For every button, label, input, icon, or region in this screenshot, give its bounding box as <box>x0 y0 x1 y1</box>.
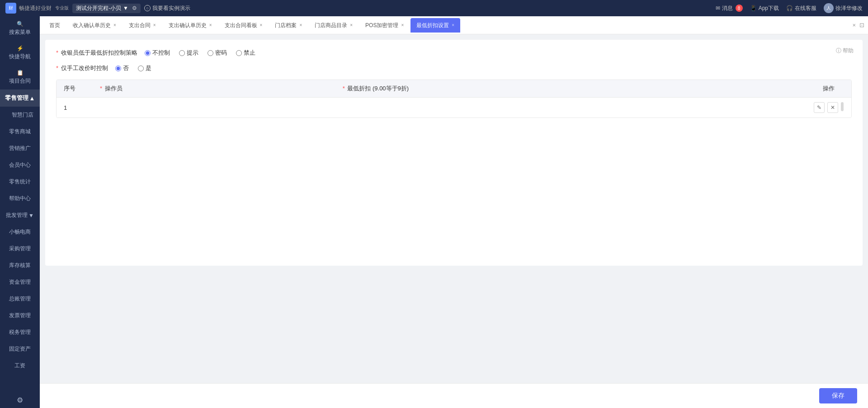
user-area[interactable]: 人 徐泽华修改 <box>824 3 863 13</box>
tab-pos-password-label: POS加密管理 <box>365 22 398 29</box>
sidebar-item-ecommerce[interactable]: 小畅电商 <box>0 224 40 240</box>
manual-radio-yes[interactable] <box>138 66 144 71</box>
strategy-option-prompt[interactable]: 提示 <box>179 49 198 57</box>
strategy-radio-group: 不控制 提示 密码 禁止 <box>145 49 255 57</box>
tab-pos-password[interactable]: POS加密管理 × <box>359 18 410 33</box>
manual-radio-no[interactable] <box>115 66 121 71</box>
contract-icon: 📋 <box>17 70 24 76</box>
tab-close-all-button[interactable]: × <box>852 22 856 28</box>
sidebar-label-finance: 资金管理 <box>9 278 31 286</box>
header-project-selector[interactable]: 测试分开完程-小贝 ▼ ⚙ <box>72 4 141 13</box>
app-download-label: App下载 <box>759 5 779 12</box>
tab-min-discount-setting-close[interactable]: × <box>452 23 454 28</box>
tab-payment-confirm-history-close[interactable]: × <box>209 23 212 28</box>
strategy-label-prompt: 提示 <box>187 49 198 57</box>
delete-row-button[interactable]: ✕ <box>827 102 838 113</box>
operator-required-star: * <box>100 85 102 92</box>
strategy-label-disable: 禁止 <box>244 49 255 57</box>
tab-payment-confirm-history[interactable]: 支出确认单历史 × <box>163 18 218 33</box>
strategy-option-password[interactable]: 密码 <box>208 49 227 57</box>
manual-label-yes: 是 <box>146 64 151 72</box>
demo-link[interactable]: ○ 我要看实例演示 <box>144 5 190 12</box>
sidebar-item-smart-store[interactable]: 智慧门店 <box>0 107 40 123</box>
sidebar-item-shortcut[interactable]: ⚡ 快捷导航 <box>0 41 40 65</box>
sidebar-label-purchase: 采购管理 <box>9 245 31 253</box>
tab-store-file-close[interactable]: × <box>299 23 302 28</box>
sidebar-item-retail-mall[interactable]: 零售商城 <box>0 123 40 140</box>
app-download-action[interactable]: 📱 App下载 <box>750 5 779 12</box>
tab-bar: 首页 收入确认单历史 × 支出合同 × 支出确认单历史 × 支出合同看板 × 门… <box>40 16 868 34</box>
sidebar-label-member-center: 会员中心 <box>9 161 31 169</box>
sidebar-label-help-center: 帮助中心 <box>9 195 31 202</box>
sidebar-gear-button[interactable]: ⚙ <box>17 396 23 404</box>
search-icon: 🔍 <box>17 21 24 27</box>
main-layout: 🔍 搜索菜单 ⚡ 快捷导航 📋 项目合同 零售管理 ▲ 智慧门店 零售商城 营销… <box>0 16 868 408</box>
tab-expand-button[interactable]: ⊡ <box>859 22 864 28</box>
sidebar-item-retail-stats[interactable]: 零售统计 <box>0 174 40 190</box>
tab-payment-board-label: 支出合同看板 <box>225 22 257 29</box>
sidebar-label-project-contract: 项目合同 <box>9 77 31 85</box>
strategy-radio-no-control[interactable] <box>145 50 151 56</box>
sidebar-item-fixed-assets[interactable]: 固定资产 <box>0 341 40 357</box>
sidebar-item-retail-mgmt[interactable]: 零售管理 ▲ <box>0 89 40 107</box>
cell-operator-1 <box>93 104 335 111</box>
strategy-radio-prompt[interactable] <box>179 50 185 56</box>
manual-option-no[interactable]: 否 <box>115 64 129 72</box>
tab-store-products[interactable]: 门店商品目录 × <box>309 18 359 33</box>
sidebar-item-marketing[interactable]: 营销推广 <box>0 140 40 157</box>
wholesale-arrow-icon: ▼ <box>28 212 34 219</box>
pro-badge: 专业版 <box>55 5 69 11</box>
manual-option-yes[interactable]: 是 <box>138 64 151 72</box>
col-header-operator: * 操作员 <box>93 80 335 97</box>
question-circle-icon: ⓘ <box>836 47 841 55</box>
tab-income-confirm-history[interactable]: 收入确认单历史 × <box>67 18 122 33</box>
scroll-indicator <box>841 102 844 111</box>
sidebar-item-purchase[interactable]: 采购管理 <box>0 240 40 257</box>
sidebar-item-inventory[interactable]: 库存核算 <box>0 257 40 274</box>
tab-store-products-close[interactable]: × <box>350 23 353 28</box>
sidebar-item-finance[interactable]: 资金管理 <box>0 274 40 291</box>
sidebar-label-tax: 税务管理 <box>9 328 31 336</box>
tab-pos-password-close[interactable]: × <box>401 23 404 28</box>
sidebar-item-project-contract[interactable]: 📋 项目合同 <box>0 65 40 89</box>
sidebar-item-payroll[interactable]: 工资 <box>0 357 40 374</box>
settings-icon[interactable]: ⚙ <box>132 5 137 11</box>
sidebar-label-inventory: 库存核算 <box>9 262 31 269</box>
help-link[interactable]: ⓘ 帮助 <box>836 47 854 55</box>
sidebar-label-fixed-assets: 固定资产 <box>9 345 31 353</box>
content-area: 首页 收入确认单历史 × 支出合同 × 支出确认单历史 × 支出合同看板 × 门… <box>40 16 868 408</box>
sidebar-label-shortcut: 快捷导航 <box>9 53 31 61</box>
cell-seq-1: 1 <box>57 101 93 115</box>
phone-icon: 📱 <box>750 5 757 11</box>
tab-min-discount-setting[interactable]: 最低折扣设置 × <box>410 18 460 33</box>
col-header-discount: * 最低折扣 (9.00等于9折) <box>335 80 806 97</box>
edit-row-button[interactable]: ✎ <box>814 102 825 113</box>
strategy-radio-disable[interactable] <box>236 50 242 56</box>
sidebar-item-search[interactable]: 🔍 搜索菜单 <box>0 16 40 41</box>
sidebar-item-ledger[interactable]: 总账管理 <box>0 291 40 307</box>
sidebar: 🔍 搜索菜单 ⚡ 快捷导航 📋 项目合同 零售管理 ▲ 智慧门店 零售商城 营销… <box>0 16 40 408</box>
sidebar-item-wholesale[interactable]: 批发管理 ▼ <box>0 207 40 224</box>
strategy-radio-password[interactable] <box>208 50 213 56</box>
tab-home[interactable]: 首页 <box>43 18 66 33</box>
shortcut-icon: ⚡ <box>17 45 24 52</box>
tab-payment-contract[interactable]: 支出合同 × <box>123 18 162 33</box>
sidebar-label-retail-mgmt: 零售管理 <box>5 94 28 102</box>
tab-income-confirm-history-close[interactable]: × <box>113 23 116 28</box>
tab-payment-contract-close[interactable]: × <box>153 23 156 28</box>
online-support-action[interactable]: 🎧 在线客服 <box>786 5 816 12</box>
message-action[interactable]: ✉ 消息 8 <box>716 5 743 12</box>
sidebar-item-member-center[interactable]: 会员中心 <box>0 157 40 174</box>
strategy-option-no-control[interactable]: 不控制 <box>145 49 170 57</box>
save-button[interactable]: 保存 <box>819 388 857 403</box>
strategy-option-disable[interactable]: 禁止 <box>236 49 255 57</box>
manual-radio-group: 否 是 <box>115 64 151 72</box>
sidebar-label-retail-stats: 零售统计 <box>9 178 31 186</box>
tab-payment-board-close[interactable]: × <box>260 23 263 28</box>
sidebar-item-help-center[interactable]: 帮助中心 <box>0 190 40 207</box>
sidebar-item-tax[interactable]: 税务管理 <box>0 324 40 341</box>
sidebar-item-invoice[interactable]: 发票管理 <box>0 307 40 324</box>
tab-payment-board[interactable]: 支出合同看板 × <box>219 18 269 33</box>
tab-store-file[interactable]: 门店档案 × <box>269 18 308 33</box>
strategy-form-row: * 收银员低于最低折扣控制策略 不控制 提示 <box>56 49 852 57</box>
